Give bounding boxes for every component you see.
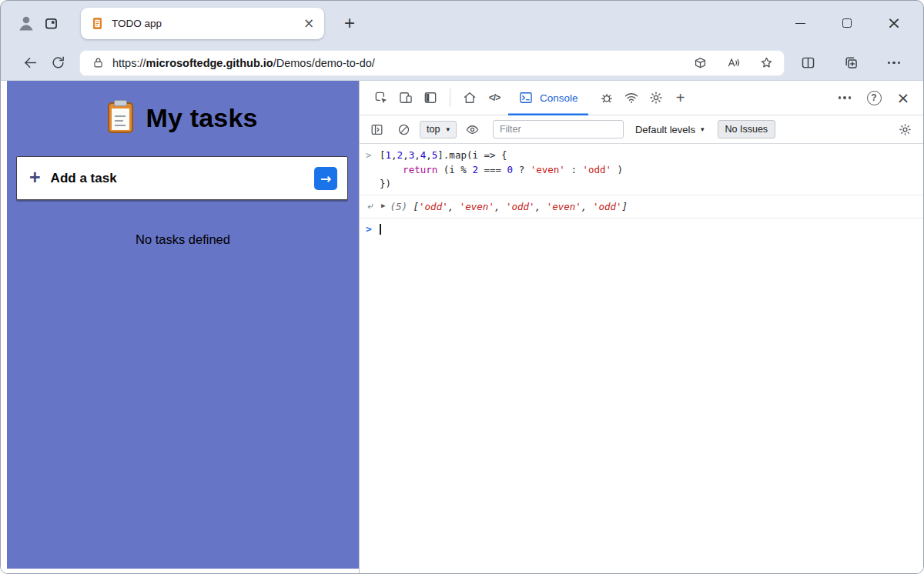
app-header: My tasks [7,81,359,133]
split-screen-icon [800,55,816,71]
submit-task-button[interactable]: → [314,167,337,190]
sidebar-toggle-icon [370,122,384,137]
tab-actions-button[interactable] [38,10,64,36]
lock-icon [92,56,105,69]
maximize-button[interactable] [832,8,862,38]
close-devtools-button[interactable]: × [891,85,916,110]
console-terminal-icon [518,90,534,105]
devtools-toolbar-right: ? × [832,85,916,110]
inspect-element-button[interactable] [369,85,393,110]
clear-console-button[interactable] [393,118,414,140]
devtools-help-button[interactable]: ? [862,85,886,110]
todo-app-pane: My tasks + Add a task → No tasks defined [1,81,359,573]
close-icon: × [897,88,910,107]
box-icon [693,55,708,70]
back-button[interactable] [16,49,44,77]
collections-icon [843,55,859,71]
log-levels-label: Default levels [635,124,695,135]
console-tab-label: Console [540,92,578,104]
person-icon [17,14,35,32]
profile-avatar[interactable] [15,12,38,35]
chevron-down-icon: ▾ [701,126,705,133]
console-filter-input[interactable] [493,120,624,138]
device-toolbar-button[interactable] [393,85,418,110]
detached-elements-button[interactable] [594,85,619,110]
close-window-button[interactable]: × [879,8,909,38]
console-result-text: (5) ['odd', 'even', 'odd', 'even', 'odd'… [390,200,628,215]
web-capture-button[interactable] [688,52,711,75]
site-info-button[interactable] [86,52,109,75]
collections-button[interactable] [837,49,865,77]
console-command-text: [1,2,3,4,5].map(i => { return (i % 2 ===… [380,149,623,192]
console-result-entry[interactable]: ▶ (5) ['odd', 'even', 'odd', 'even', 'od… [360,195,923,219]
refresh-button[interactable] [44,49,72,77]
log-levels-dropdown[interactable]: Default levels ▾ [635,124,705,135]
plus-icon: + [676,89,685,107]
tab-favicon-icon [90,16,105,31]
inspect-cursor-icon [373,90,389,105]
returned-value-icon [366,200,380,212]
browser-tab[interactable]: TODO app × [81,8,324,39]
panel-layout-icon [423,90,438,105]
network-conditions-button[interactable] [619,85,644,110]
clipboard-icon [108,102,133,133]
console-toolbar: top ▾ Default levels ▾ No Issues [360,115,923,144]
tab-strip: TODO app × + × [1,1,923,45]
home-icon [462,90,477,105]
sources-tool-button[interactable]: </> [482,85,507,110]
new-tab-button[interactable]: + [336,10,363,36]
wifi-icon [624,90,639,105]
address-bar-actions [688,52,779,75]
browser-window: TODO app × + × [0,0,924,574]
browser-menu-button[interactable] [880,49,908,77]
clear-circle-icon [397,122,411,137]
panel-layout-button[interactable] [418,85,443,110]
console-sidebar-button[interactable] [366,118,387,140]
todo-app-page: My tasks + Add a task → No tasks defined [7,81,359,569]
add-tools-button[interactable]: + [668,85,693,110]
add-task-label: Add a task [51,171,304,186]
read-aloud-icon [726,55,741,70]
add-task-button[interactable]: + Add a task → [16,156,348,200]
back-arrow-icon [22,55,38,71]
plus-icon: + [29,168,41,187]
empty-tasks-message: No tasks defined [7,232,359,247]
live-expression-button[interactable] [462,118,484,140]
prompt-chevron: > [366,223,380,235]
issues-counter-button[interactable]: No Issues [718,120,776,138]
minimize-button[interactable] [785,8,815,38]
close-icon: × [887,15,901,32]
console-settings-button[interactable] [894,118,916,140]
code-brackets-icon: </> [489,92,500,103]
tab-console[interactable]: Console [508,81,588,115]
tab-close-icon[interactable]: × [300,14,318,32]
tab-title: TODO app [112,18,293,29]
help-icon: ? [867,91,882,105]
address-bar[interactable]: https://microsoftedge.github.io/Demos/de… [79,50,785,76]
performance-tool-button[interactable] [644,85,668,110]
eye-icon [465,122,480,137]
url-path: /Demos/demo-to-do/ [273,57,375,69]
url-scheme: https:// [112,57,146,69]
context-selector-dropdown[interactable]: top ▾ [420,121,457,138]
refresh-icon [50,55,66,71]
devtools-panel: </> Console [359,81,923,573]
favorites-button[interactable] [755,52,778,75]
welcome-tool-button[interactable] [457,85,482,110]
maximize-icon [842,18,852,28]
expand-triangle-icon[interactable]: ▶ [381,202,385,209]
devtools-more-button[interactable] [832,85,857,110]
console-command-entry[interactable]: > [1,2,3,4,5].map(i => { return (i % 2 =… [360,145,923,195]
read-aloud-button[interactable] [721,52,745,75]
console-prompt[interactable]: > [360,219,923,240]
minimize-icon [795,23,805,24]
bug-icon [599,90,614,105]
star-icon [759,55,774,70]
url-text: https://microsoftedge.github.io/Demos/de… [112,57,375,69]
navbar-right-actions [794,49,908,77]
navigation-bar: https://microsoftedge.github.io/Demos/de… [1,45,923,81]
device-emulation-icon [398,90,413,105]
text-caret [380,224,381,235]
console-output[interactable]: > [1,2,3,4,5].map(i => { return (i % 2 =… [360,144,923,573]
split-screen-button[interactable] [794,49,822,77]
